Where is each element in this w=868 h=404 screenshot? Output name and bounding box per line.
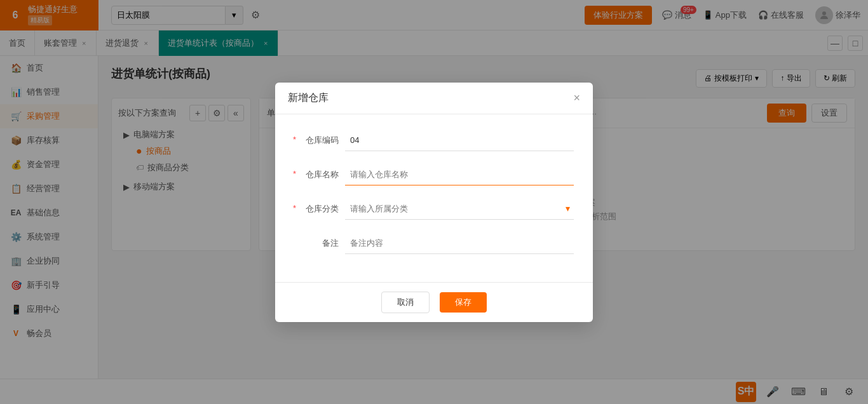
remark-input[interactable] bbox=[345, 232, 574, 254]
save-btn[interactable]: 保存 bbox=[440, 292, 487, 313]
modal-header: 新增仓库 × bbox=[275, 83, 593, 114]
modal-footer: 取消 保存 bbox=[275, 282, 593, 322]
form-row-remark: 备注 bbox=[294, 232, 574, 254]
warehouse-category-label: 仓库分类 bbox=[294, 203, 345, 215]
warehouse-name-input[interactable] bbox=[345, 164, 574, 185]
form-row-warehouse-name: 仓库名称 bbox=[294, 164, 574, 185]
warehouse-code-input[interactable] bbox=[345, 130, 574, 151]
modal-overlay: 新增仓库 × 仓库编码 仓库名称 仓库分类 ▾ bbox=[0, 0, 868, 404]
warehouse-category-arrow[interactable]: ▾ bbox=[566, 203, 574, 213]
modal-new-warehouse: 新增仓库 × 仓库编码 仓库名称 仓库分类 ▾ bbox=[275, 83, 593, 322]
modal-close-btn[interactable]: × bbox=[573, 92, 580, 104]
remark-label: 备注 bbox=[294, 238, 345, 249]
warehouse-name-label: 仓库名称 bbox=[294, 169, 345, 180]
cancel-btn[interactable]: 取消 bbox=[381, 292, 430, 313]
form-row-warehouse-category: 仓库分类 ▾ bbox=[294, 198, 574, 220]
warehouse-category-select-wrap: ▾ bbox=[345, 198, 574, 220]
form-row-warehouse-code: 仓库编码 bbox=[294, 130, 574, 151]
warehouse-category-input[interactable] bbox=[345, 198, 566, 219]
modal-title: 新增仓库 bbox=[288, 91, 329, 105]
warehouse-code-label: 仓库编码 bbox=[294, 135, 345, 146]
modal-body: 仓库编码 仓库名称 仓库分类 ▾ 备注 bbox=[275, 114, 593, 282]
